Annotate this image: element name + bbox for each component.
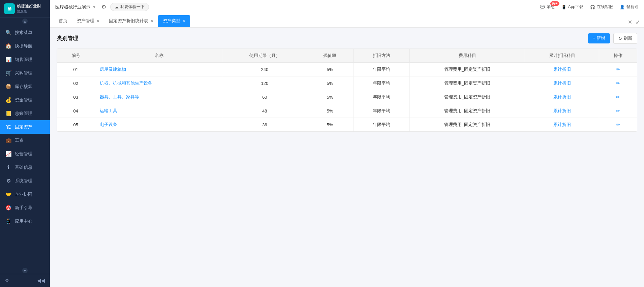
cell-depreciation-method: 年限平均 [354, 90, 410, 104]
trial-label: 我要体验一下 [120, 4, 145, 10]
company-name: 医疗器械行业演示 [55, 4, 90, 10]
sidebar: 畅 畅捷通好业财 普及版 ▲ 🔍 搜索菜单 🏠 快捷导航 📊 销售管理 🛒 采购… [0, 0, 50, 287]
sidebar-footer: ⚙ ◀◀ [0, 274, 50, 287]
trial-button[interactable]: ☁ 我要体验一下 [110, 3, 149, 11]
sidebar-item-purchase[interactable]: 🛒 采购管理 [0, 66, 50, 80]
col-header-useful-life: 使用期限（月） [223, 49, 306, 63]
sidebar-item-app-center[interactable]: 📱 应用中心 [0, 215, 50, 228]
top-header: 医疗器械行业演示 ▼ ⚙ ☁ 我要体验一下 💬 消息 99+ 📱 App下载 🎧… [50, 0, 644, 14]
cell-expense-subject: 管理费用_固定资产折旧 [409, 104, 525, 118]
cell-operation[interactable]: ✏ [599, 63, 637, 76]
sidebar-item-guide[interactable]: 🎯 新手引导 [0, 201, 50, 215]
sidebar-item-fixed-assets[interactable]: 🏗 固定资产 [0, 120, 50, 134]
customer-service-action[interactable]: 🎧 在线客服 [590, 4, 613, 10]
fixed-assets-icon: 🏗 [5, 124, 11, 130]
cell-useful-life: 36 [223, 118, 306, 132]
sidebar-item-system[interactable]: ⚙ 系统管理 [0, 174, 50, 188]
page-actions: + 新增 ↻ 刷新 [588, 33, 637, 44]
capital-label: 资金管理 [15, 97, 32, 103]
sidebar-item-sales[interactable]: 📊 销售管理 [0, 53, 50, 66]
message-icon: 💬 [540, 5, 545, 9]
ledger-label: 总账管理 [15, 110, 32, 117]
cell-residual-rate: 5% [306, 76, 354, 90]
cell-name[interactable]: 器具、工具、家具等 [95, 90, 223, 104]
tab-asset-type[interactable]: 资产类型✕ [158, 15, 190, 27]
guide-icon: 🎯 [5, 205, 11, 211]
sidebar-scroll-up[interactable]: ▲ [22, 19, 28, 24]
payroll-label: 工资 [15, 137, 24, 144]
tab-depreciation-table[interactable]: 固定资产折旧统计表✕ [104, 15, 158, 27]
tab-expand-icon[interactable]: ⤢ [636, 19, 640, 25]
basic-info-icon: ℹ [5, 164, 11, 170]
sidebar-item-enterprise[interactable]: 🤝 企业协同 [0, 188, 50, 201]
cell-code: 05 [57, 118, 95, 132]
cell-residual-rate: 5% [306, 118, 354, 132]
cell-useful-life: 240 [223, 63, 306, 76]
company-selector[interactable]: 医疗器械行业演示 ▼ [55, 4, 96, 10]
cell-expense-subject: 管理费用_固定资产折旧 [409, 76, 525, 90]
header-settings-icon[interactable]: ⚙ [101, 4, 106, 10]
cell-name[interactable]: 运输工具 [95, 104, 223, 118]
system-icon: ⚙ [5, 178, 11, 184]
user-action[interactable]: 👤 畅捷通 [620, 4, 639, 10]
cell-operation[interactable]: ✏ [599, 104, 637, 118]
tab-asset-type-close[interactable]: ✕ [182, 19, 185, 23]
message-action[interactable]: 💬 消息 99+ [540, 4, 555, 10]
sidebar-item-quick-nav[interactable]: 🏠 快捷导航 [0, 39, 50, 53]
inventory-icon: 📦 [5, 84, 11, 90]
cell-residual-rate: 5% [306, 63, 354, 76]
tab-close-window-icon[interactable]: ✕ [628, 19, 632, 25]
settings-footer-icon[interactable]: ⚙ [5, 278, 9, 284]
sidebar-item-ledger[interactable]: 📒 总账管理 [0, 107, 50, 120]
cell-expense-subject: 管理费用_固定资产折旧 [409, 63, 525, 76]
cell-operation[interactable]: ✏ [599, 90, 637, 104]
cell-accumulated-subject: 累计折旧 [525, 104, 599, 118]
app-center-icon: 📱 [5, 218, 11, 224]
col-header-code: 编号 [57, 49, 95, 63]
cell-accumulated-subject: 累计折旧 [525, 76, 599, 90]
sidebar-scroll-down[interactable]: ▼ [22, 268, 28, 273]
sidebar-item-payroll[interactable]: 💼 工资 [0, 134, 50, 147]
enterprise-label: 企业协同 [15, 191, 32, 197]
user-name-label: 畅捷通 [626, 4, 639, 10]
sales-icon: 📊 [5, 57, 11, 63]
tab-home[interactable]: 首页 [54, 15, 72, 27]
sidebar-item-operations[interactable]: 📈 经营管理 [0, 147, 50, 161]
collapse-sidebar-icon[interactable]: ◀◀ [37, 278, 45, 284]
sidebar-item-capital[interactable]: 💰 资金管理 [0, 93, 50, 107]
cell-depreciation-method: 年限平均 [354, 76, 410, 90]
sales-label: 销售管理 [15, 57, 32, 63]
main-area: 医疗器械行业演示 ▼ ⚙ ☁ 我要体验一下 💬 消息 99+ 📱 App下载 🎧… [50, 0, 644, 287]
app-download-action[interactable]: 📱 App下载 [561, 4, 583, 10]
tab-depreciation-table-close[interactable]: ✕ [150, 19, 153, 23]
system-label: 系统管理 [15, 178, 32, 184]
sidebar-item-inventory[interactable]: 📦 库存核算 [0, 80, 50, 93]
cell-name[interactable]: 房屋及建筑物 [95, 63, 223, 76]
operations-icon: 📈 [5, 151, 11, 157]
cell-operation[interactable]: ✏ [599, 76, 637, 90]
cell-operation[interactable]: ✏ [599, 118, 637, 132]
refresh-button[interactable]: ↻ 刷新 [613, 33, 637, 44]
refresh-label: 刷新 [623, 35, 632, 41]
sidebar-item-search[interactable]: 🔍 搜索菜单 [0, 26, 50, 39]
page-header: 类别管理 + 新增 ↻ 刷新 [57, 33, 637, 44]
cell-code: 04 [57, 104, 95, 118]
page-title: 类别管理 [57, 35, 78, 42]
cell-code: 01 [57, 63, 95, 76]
search-label: 搜索菜单 [15, 30, 32, 36]
header-right-actions: 💬 消息 99+ 📱 App下载 🎧 在线客服 👤 畅捷通 [540, 4, 639, 10]
cell-name[interactable]: 机器、机械和其他生产设备 [95, 76, 223, 90]
tab-asset-management[interactable]: 资产管理✕ [72, 15, 104, 27]
customer-service-icon: 🎧 [590, 5, 595, 9]
tab-asset-management-close[interactable]: ✕ [96, 19, 99, 23]
cell-residual-rate: 5% [306, 104, 354, 118]
sidebar-item-basic-info[interactable]: ℹ 基础信息 [0, 161, 50, 174]
table-row: 02机器、机械和其他生产设备1205%年限平均管理费用_固定资产折旧累计折旧✏ [57, 76, 637, 90]
table-header: 编号名称使用期限（月）残值率折旧方法费用科目累计折旧科目操作 [57, 49, 637, 63]
table-row: 03器具、工具、家具等605%年限平均管理费用_固定资产折旧累计折旧✏ [57, 90, 637, 104]
cell-name[interactable]: 电子设备 [95, 118, 223, 132]
cell-depreciation-method: 年限平均 [354, 118, 410, 132]
new-button[interactable]: + 新增 [588, 33, 610, 43]
cell-residual-rate: 5% [306, 90, 354, 104]
tab-bar: 首页资产管理✕固定资产折旧统计表✕资产类型✕ ✕ ⤢ [50, 14, 644, 28]
